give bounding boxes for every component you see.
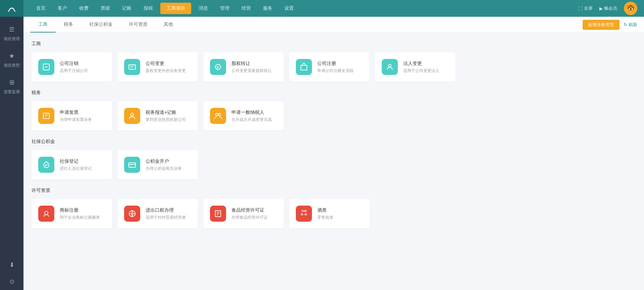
svg-rect-28: [305, 214, 307, 215]
card-title: 公积金开户: [146, 158, 191, 164]
card-icon: [38, 108, 54, 124]
card-desc: 办理食品经营许可证: [231, 215, 277, 220]
nav-item-经营[interactable]: 经营: [235, 0, 257, 17]
section-社保公积金: 社保公积金 社保登记 进行人员社保登记 公积金开户 办理公积金相关业务: [32, 139, 636, 179]
content-area: 工商 税务 社保公积金 许可资质 其他 新增业务类型 ↻ 刷新 工商 公司注销 …: [23, 17, 644, 290]
card-icon: [296, 206, 312, 222]
nav-item-管理[interactable]: 管理: [214, 0, 235, 17]
svg-text:¥: ¥: [217, 65, 219, 69]
card-icon: [38, 59, 54, 75]
nav-item-票据[interactable]: 票据: [95, 0, 116, 17]
card-info: 税务报道+记账 拿到营业执照的新公司: [146, 110, 191, 123]
card-info: 公司注册 申请公司注册全流程: [317, 61, 363, 74]
tab-bar: 工商 税务 社保公积金 许可资质 其他 新增业务类型 ↻ 刷新: [23, 17, 644, 33]
tab-gongshang[interactable]: 工商: [30, 17, 56, 32]
svg-rect-26: [305, 210, 306, 212]
card-item[interactable]: 申请发票 办理申请发票业务: [32, 101, 112, 131]
tab-shuiwu[interactable]: 税务: [56, 17, 81, 32]
nav-item-工商项目[interactable]: 工商项目: [160, 3, 191, 14]
section-title: 许可资质: [32, 188, 636, 194]
card-item[interactable]: 商标注册 用于企业商标注册服务: [32, 199, 112, 228]
card-info: 股权转让 公司变更需要股权转让: [231, 61, 277, 74]
svg-rect-7: [301, 65, 307, 70]
new-business-type-button[interactable]: 新增业务类型: [583, 20, 620, 30]
left-sidebar: ☰ 项目管理 ★ 项目类型 ⊞ 进度监测 ⬇ ⊙: [0, 17, 23, 290]
card-item[interactable]: 公司注册 申请公司注册全流程: [289, 52, 370, 82]
nav-items: 首页客户收费票据记账报税工商项目消息管理经营服务设置: [23, 0, 578, 17]
nav-item-消息[interactable]: 消息: [193, 0, 214, 17]
card-item[interactable]: 申请一般纳税人 当月或次月成变更完成: [203, 101, 284, 131]
card-icon: [124, 206, 140, 222]
card-item[interactable]: 税务报道+记账 拿到营业执照的新公司: [117, 101, 198, 131]
card-info: 公司变更 股权变更外的业务变更: [146, 61, 191, 74]
svg-rect-27: [301, 214, 303, 215]
card-item[interactable]: 法人变更 适用于公司变更法人: [375, 52, 455, 82]
card-icon: [382, 59, 398, 75]
nav-right: ⛶ 全屏 ▶ 畅会员 🐯: [578, 2, 644, 15]
card-info: 申请发票 办理申请发票业务: [60, 110, 105, 123]
nav-item-设置[interactable]: 设置: [278, 0, 300, 17]
card-info: 公司注销 适用于注销公司: [60, 61, 105, 74]
nav-item-收费[interactable]: 收费: [73, 0, 95, 17]
scroll-content[interactable]: 工商 公司注销 适用于注销公司 公司变更 股权变更外的业务变更 ¥ 股权转让 公…: [23, 33, 644, 290]
card-item[interactable]: 公积金开户 办理公积金相关业务: [117, 150, 198, 179]
svg-rect-17: [130, 166, 131, 166]
nav-item-报税[interactable]: 报税: [138, 0, 159, 17]
card-icon: [38, 206, 54, 222]
card-title: 公司变更: [146, 61, 191, 67]
card-info: 申请一般纳税人 当月或次月成变更完成: [231, 110, 277, 123]
card-item[interactable]: 进出口权办理 适用于对外贸易经营者: [117, 199, 198, 228]
card-title: 社保登记: [60, 158, 105, 164]
card-title: 酒类: [317, 207, 363, 213]
tab-other[interactable]: 其他: [156, 17, 181, 32]
sidebar-download-btn[interactable]: ⬇: [0, 257, 23, 273]
logo: [0, 0, 23, 17]
card-icon: [296, 59, 312, 75]
card-item[interactable]: ¥ 股权转让 公司变更需要股权转让: [203, 52, 284, 82]
vip-btn[interactable]: ▶ 畅会员: [599, 5, 617, 11]
nav-item-客户[interactable]: 客户: [52, 0, 73, 17]
svg-point-18: [45, 211, 48, 215]
card-title: 公司注销: [60, 61, 105, 67]
card-title: 税务报道+记账: [146, 110, 191, 116]
card-item[interactable]: 公司变更 股权变更外的业务变更: [117, 52, 198, 82]
sidebar-item-project-type[interactable]: ★ 项目类型: [0, 47, 23, 73]
card-title: 公司注册: [317, 61, 363, 67]
fullscreen-btn[interactable]: ⛶ 全屏: [578, 5, 593, 11]
card-item[interactable]: 社保登记 进行人员社保登记: [32, 150, 112, 179]
card-title: 申请发票: [60, 110, 105, 116]
card-desc: 适用于对外贸易经营者: [146, 215, 191, 220]
card-info: 公积金开户 办理公积金相关业务: [146, 158, 191, 171]
card-desc: 适用于公司变更法人: [403, 68, 449, 74]
card-title: 商标注册: [60, 207, 105, 213]
section-税务: 税务 申请发票 办理申请发票业务 税务报道+记账 拿到营业执照的新公司 申请一般…: [32, 90, 636, 131]
svg-point-14: [218, 114, 221, 116]
nav-item-记账[interactable]: 记账: [116, 0, 138, 17]
sidebar-bottom: ⬇ ⊙: [0, 257, 23, 290]
svg-rect-9: [43, 113, 49, 119]
refresh-button[interactable]: ↻ 刷新: [624, 22, 637, 28]
card-item[interactable]: 公司注销 适用于注销公司: [32, 52, 112, 82]
main-layout: ☰ 项目管理 ★ 项目类型 ⊞ 进度监测 ⬇ ⊙ 工商 税务 社保公积金: [0, 17, 644, 290]
card-item[interactable]: 食品经营许可证 办理食品经营许可证: [203, 199, 284, 228]
svg-point-8: [388, 64, 391, 67]
section-title: 社保公积金: [32, 139, 636, 145]
card-desc: 公司变更需要股权转让: [231, 68, 277, 74]
tab-shebao[interactable]: 社保公积金: [81, 17, 121, 32]
sidebar-item-progress-monitor[interactable]: ⊞ 进度监测: [0, 73, 23, 99]
svg-rect-25: [302, 210, 304, 212]
card-desc: 进行人员社保登记: [60, 166, 105, 171]
card-desc: 申请公司注册全流程: [317, 68, 363, 74]
card-item[interactable]: 酒类 零售批发: [289, 199, 370, 228]
card-info: 进出口权办理 适用于对外贸易经营者: [146, 207, 191, 220]
section-许可资质: 许可资质 商标注册 用于企业商标注册服务 进出口权办理 适用于对外贸易经营者 食…: [32, 188, 636, 228]
section-title: 税务: [32, 90, 636, 96]
tab-xuke[interactable]: 许可资质: [121, 17, 156, 32]
sidebar-settings-btn[interactable]: ⊙: [0, 273, 23, 290]
nav-item-服务[interactable]: 服务: [257, 0, 278, 17]
nav-item-首页[interactable]: 首页: [30, 0, 52, 17]
card-desc: 办理公积金相关业务: [146, 166, 191, 171]
sidebar-item-project-management[interactable]: ☰ 项目管理: [0, 20, 23, 47]
card-icon: [124, 59, 140, 75]
card-info: 社保登记 进行人员社保登记: [60, 158, 105, 171]
